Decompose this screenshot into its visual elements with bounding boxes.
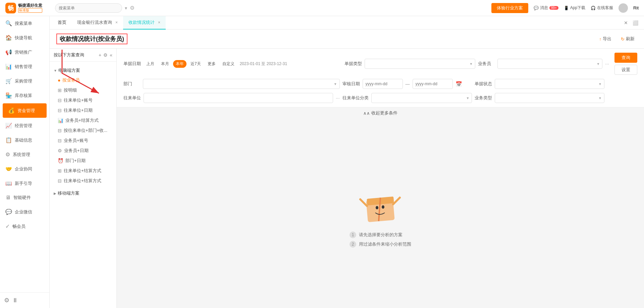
sidebar-item-sales[interactable]: 📊 销售管理	[0, 59, 49, 74]
sidebar-item-member[interactable]: ✓ 畅会员	[0, 219, 49, 234]
sidebar-item-marketing[interactable]: 📢 营销推广	[0, 45, 49, 59]
counterparty-select-wrapper	[144, 93, 333, 103]
date-tab-last-month[interactable]: 上月	[144, 60, 157, 68]
svg-line-5	[360, 199, 367, 206]
sidebar-item-guide[interactable]: 📖 新手引导	[0, 176, 49, 191]
messages-action[interactable]: 💬 消息 99+	[534, 5, 558, 11]
dropdown-arrow[interactable]: ▾	[125, 5, 127, 11]
refresh-button[interactable]: ↻ 刷新	[618, 35, 637, 43]
query-conditions: 单据日期 上月 本月 本年 近7天 更多 自定义 2023-01-01 至 20…	[117, 49, 644, 107]
scheme-group-desktop-header[interactable]: ▼ 电脑端方案	[50, 66, 116, 75]
counterparty-more-icon[interactable]: ···	[336, 95, 340, 101]
scheme-item-icon-6: ⊟	[58, 138, 62, 143]
sidebar-label-finance: 资金管理	[17, 108, 35, 114]
audit-date-calendar-icon[interactable]: 📅	[455, 81, 462, 87]
scheme-item-3[interactable]: ⊟ 往来单位+日期	[50, 105, 116, 115]
sidebar-item-purchase[interactable]: 🛒 采购管理	[0, 74, 49, 88]
settings-icon[interactable]: ⚙	[130, 5, 135, 11]
purchase-icon: 🛒	[5, 78, 12, 84]
top-search: ▾ ⚙	[55, 3, 491, 13]
wechat-icon: 💬	[5, 209, 12, 215]
trial-button[interactable]: 体验行业方案	[491, 3, 528, 13]
tab-collection[interactable]: 收款情况统计 ×	[123, 16, 166, 30]
scheme-list: ▼ 电脑端方案 ● 按业务员 ⊞ 按明细 ⊟ 往	[50, 62, 116, 308]
tab-bank-close[interactable]: ×	[115, 20, 118, 25]
scheme-item-label-8: 部门+日期	[65, 158, 86, 164]
tab-collection-close[interactable]: ×	[158, 20, 160, 25]
phone-icon: 📱	[564, 6, 569, 10]
date-tab-custom[interactable]: 自定义	[220, 60, 237, 68]
scheme-settings-icon[interactable]: ⚙	[103, 52, 108, 58]
sidebar-item-quicknav[interactable]: 🏠 快捷导航	[0, 31, 49, 45]
audit-date-from-input[interactable]	[363, 79, 403, 89]
sidebar-label-hardware: 智能硬件	[13, 195, 31, 201]
enterprise-icon: 🤝	[5, 166, 12, 172]
salesperson-more-icon[interactable]: ···	[605, 61, 609, 66]
scheme-group-mobile-header[interactable]: ▶ 移动端方案	[50, 189, 116, 198]
date-tab-7days[interactable]: 近7天	[188, 60, 204, 68]
scheme-item-4[interactable]: 📊 业务员+结算方式	[50, 115, 116, 125]
collapse-conditions-bar[interactable]: ∧∧ 收起更多条件	[117, 107, 644, 119]
scheme-item-0[interactable]: ● 按业务员	[50, 75, 116, 85]
tip-text-1: 请先选择要分析的方案	[359, 232, 402, 238]
sidebar-item-search[interactable]: 🔍 搜索菜单	[0, 16, 49, 31]
date-tab-this-month[interactable]: 本月	[158, 60, 172, 68]
cp-category-select[interactable]	[371, 93, 472, 103]
collapse-button[interactable]: ∧∧ 收起更多条件	[363, 110, 397, 116]
headset-icon: 🎧	[591, 6, 596, 10]
date-tab-more[interactable]: 更多	[205, 60, 218, 68]
salesperson-select[interactable]	[497, 59, 602, 69]
vstatus-select[interactable]	[495, 79, 604, 89]
sidebar-item-base[interactable]: 📋 基础信息	[0, 133, 49, 147]
export-button[interactable]: ↑ 导出	[597, 35, 614, 43]
app-download-label: App下载	[570, 5, 585, 11]
sidebar-item-finance[interactable]: 💰 资金管理	[3, 103, 47, 118]
scheme-collapse-icon[interactable]: «	[110, 52, 112, 58]
scheme-item-5[interactable]: ⊟ 按往来单位+部门+收...	[50, 125, 116, 136]
window-maximize-btn[interactable]: ⬜	[632, 19, 639, 26]
search-input[interactable]	[55, 3, 122, 13]
svg-point-4	[382, 205, 384, 209]
scheme-item-1[interactable]: ⊞ 按明细	[50, 85, 116, 95]
scheme-add-icon[interactable]: +	[99, 52, 101, 58]
audit-date-label: 审核日期	[342, 81, 360, 87]
query-button[interactable]: 查询	[614, 53, 637, 63]
date-tab-this-year[interactable]: 本年	[173, 60, 186, 68]
sidebar-item-system[interactable]: ⚙ 系统管理	[0, 147, 49, 162]
tab-home[interactable]: 首页	[52, 16, 72, 30]
scheme-item-6[interactable]: ⊟ 业务员+账号	[50, 136, 116, 146]
scheme-item-10[interactable]: ⊟ 往来单位+结算方式	[50, 176, 116, 186]
scheme-item-8[interactable]: ⏰ 部门+日期	[50, 156, 116, 166]
scheme-item-2[interactable]: ⊟ 往来单位+账号	[50, 95, 116, 105]
collapse-sidebar-icon[interactable]: ⏸	[12, 297, 18, 304]
sidebar-item-enterprise[interactable]: 🤝 企业协同	[0, 162, 49, 176]
sales-icon: 📊	[5, 63, 12, 70]
window-buttons: ✕ ⬜	[623, 19, 641, 26]
sidebar-item-warehouse[interactable]: 🏪 库存核算	[0, 88, 49, 103]
sidebar-item-wechat[interactable]: 💬 企业微信	[0, 205, 49, 219]
sidebar-item-hardware[interactable]: 🖥 智能硬件	[0, 191, 49, 205]
scheme-item-icon-3: ⊟	[58, 108, 62, 113]
app-download-action[interactable]: 📱 App下载	[564, 5, 585, 11]
vtype-select[interactable]	[365, 59, 476, 69]
dept-select[interactable]	[143, 79, 340, 89]
logo-name: 畅捷通好生意	[18, 3, 42, 8]
counterparty-select[interactable]	[144, 93, 333, 103]
tab-bank[interactable]: 现金银行流水查询 ×	[72, 16, 123, 30]
date-range-display: 2023-01-01 至 2023-12-31	[240, 61, 287, 67]
sidebar-label-sales: 销售管理	[15, 64, 32, 70]
sidebar-item-operations[interactable]: 📈 经营管理	[0, 118, 49, 133]
audit-date-to-input[interactable]	[413, 79, 453, 89]
scheme-actions: + ⚙ «	[99, 52, 112, 58]
scheme-item-7[interactable]: ⚙ 业务员+日期	[50, 146, 116, 156]
scheme-item-icon-4: 📊	[58, 118, 63, 123]
settings-bottom-icon[interactable]: ⚙	[4, 297, 9, 304]
scheme-item-label-7: 业务员+日期	[64, 148, 89, 154]
biz-type-select[interactable]	[495, 93, 604, 103]
scheme-item-label-3: 往来单位+日期	[64, 107, 93, 113]
settings-button[interactable]: 设置	[614, 65, 637, 75]
window-close-btn[interactable]: ✕	[623, 19, 629, 26]
scheme-item-9[interactable]: ⊞ 往来单位+结算方式	[50, 166, 116, 176]
user-avatar[interactable]	[619, 3, 628, 13]
online-service-action[interactable]: 🎧 在线客服	[591, 5, 613, 11]
